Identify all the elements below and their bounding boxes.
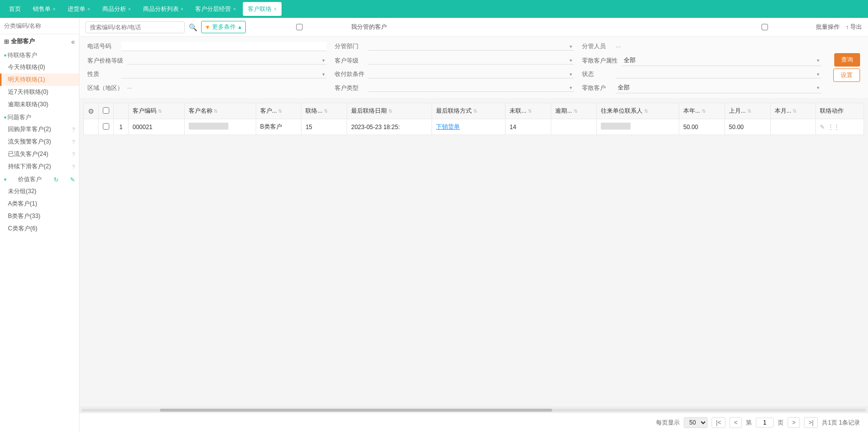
sidebar-item-tomorrow-contact[interactable]: 明天待联络(1) bbox=[0, 73, 79, 86]
row-last-date: 2023-05-23 18:25: bbox=[347, 119, 432, 135]
dept-select[interactable]: ▾ bbox=[368, 43, 574, 51]
per-page-select[interactable]: 50 bbox=[684, 417, 708, 428]
customer-type-select[interactable]: ▾ bbox=[368, 84, 574, 92]
nav-tab-purchase[interactable]: 进货单 × bbox=[63, 2, 95, 16]
tab-customer-contact-close[interactable]: × bbox=[274, 6, 277, 12]
nav-home[interactable]: 首页 bbox=[4, 2, 26, 16]
prev-page-btn[interactable]: < bbox=[729, 417, 742, 428]
col-level-header[interactable]: 客户... bbox=[256, 103, 301, 119]
row-last-way[interactable]: 下销货单 bbox=[432, 119, 506, 135]
retail-attr-select[interactable]: 全部 ▾ bbox=[622, 55, 821, 66]
nature-select[interactable]: ▾ bbox=[121, 71, 327, 78]
help-icon-2[interactable]: ? bbox=[72, 151, 75, 157]
col-this-month-header[interactable]: 本月... bbox=[770, 103, 816, 119]
help-icon-3[interactable]: ? bbox=[72, 164, 75, 170]
help-icon-1[interactable]: ? bbox=[72, 139, 75, 145]
query-button[interactable]: 查询 bbox=[834, 53, 860, 67]
table-container: ⚙ 客户编码 客户名称 客户... 联络... 最后联络日期 最后联络方式 未联… bbox=[79, 99, 868, 407]
nav-tab-customer-tier[interactable]: 客户分层经营 × bbox=[190, 2, 241, 16]
col-overdue-header[interactable]: 逾期... bbox=[551, 103, 597, 119]
search-input[interactable] bbox=[85, 21, 185, 33]
filter-retail-attr: 零散客户属性 全部 ▾ bbox=[582, 55, 821, 66]
sidebar-item-7days-contact[interactable]: 近7天待联络(0) bbox=[0, 86, 79, 98]
main-layout: 🔍 ⊞ 全部客户 « 待联络客户 今天待联络(0) 明天待联络(1) 近7天待联… bbox=[0, 18, 868, 432]
more-action-icon[interactable]: ⋮⋮ bbox=[828, 124, 840, 131]
phone-input[interactable] bbox=[121, 42, 327, 51]
person-dots[interactable]: ··· bbox=[616, 43, 621, 50]
filter-region: 区域（地区） ··· bbox=[87, 84, 327, 92]
edit-action-icon[interactable]: ✎ bbox=[820, 124, 825, 131]
sidebar-item-repurchase-abnormal[interactable]: 回购异常客户(2) ? bbox=[0, 123, 79, 136]
sidebar-item-today-contact[interactable]: 今天待联络(0) bbox=[0, 61, 79, 73]
tab-product-list-close[interactable]: × bbox=[181, 6, 184, 12]
batch-action-button[interactable]: 批量操作 bbox=[715, 23, 840, 31]
group-value-customer[interactable]: 价值客户 ↻ ✎ bbox=[0, 173, 79, 185]
col-last-date-header[interactable]: 最后联络日期 bbox=[347, 103, 432, 119]
sidebar-item-class-b[interactable]: B类客户(33) bbox=[0, 210, 79, 222]
col-contact-header[interactable]: 联络... bbox=[301, 103, 347, 119]
price-level-select[interactable]: ▾ bbox=[127, 57, 327, 65]
search-button[interactable]: 🔍 bbox=[189, 23, 197, 31]
nav-tab-product-list[interactable]: 商品分析列表 × bbox=[138, 2, 189, 16]
tab-purchase-close[interactable]: × bbox=[87, 6, 90, 12]
collapse-icon[interactable]: « bbox=[71, 38, 75, 46]
page-number-input[interactable] bbox=[756, 418, 774, 428]
my-customer-checkbox-area[interactable]: 我分管的客户 bbox=[250, 23, 387, 31]
row-checkbox[interactable] bbox=[103, 123, 109, 130]
last-way-link[interactable]: 下销货单 bbox=[436, 123, 460, 130]
sidebar-item-overdue-contact[interactable]: 逾期未联络(30) bbox=[0, 98, 79, 111]
group-pending-contact[interactable]: 待联络客户 bbox=[0, 49, 79, 61]
tab-customer-tier-close[interactable]: × bbox=[233, 6, 236, 12]
batch-checkbox[interactable] bbox=[715, 24, 814, 30]
select-all-checkbox[interactable] bbox=[103, 107, 109, 114]
export-button[interactable]: ↑ 导出 bbox=[846, 23, 862, 31]
customer-type-caret: ▾ bbox=[570, 85, 572, 90]
filter-phone: 电话号码 bbox=[87, 42, 327, 51]
row-no-contact: 14 bbox=[506, 119, 551, 135]
tab-sales-close[interactable]: × bbox=[53, 6, 56, 12]
status-select[interactable]: ▾ bbox=[616, 71, 821, 78]
sidebar-item-ungrouped[interactable]: 未分组(32) bbox=[0, 185, 79, 198]
scrollbar-thumb[interactable] bbox=[160, 409, 552, 412]
sidebar-item-churned[interactable]: 已流失客户(24) ? bbox=[0, 148, 79, 160]
content-area: 🔍 ▼ 更多条件 ▲ 我分管的客户 批量操作 ↑ 导出 bbox=[79, 18, 868, 432]
sidebar-item-class-a[interactable]: A类客户(1) bbox=[0, 198, 79, 210]
nav-tab-sales[interactable]: 销售单 × bbox=[28, 2, 61, 16]
sidebar-all-customers[interactable]: ⊞ 全部客户 « bbox=[0, 34, 79, 49]
nav-tab-customer-contact[interactable]: 客户联络 × bbox=[243, 2, 282, 16]
sidebar-item-churn-warning[interactable]: 流失预警客户(3) ? bbox=[0, 136, 79, 148]
tab-product-list-label: 商品分析列表 bbox=[143, 5, 179, 13]
edit-icon[interactable]: ✎ bbox=[70, 176, 75, 183]
set-button[interactable]: 设置 bbox=[833, 69, 860, 82]
refresh-icon[interactable]: ↻ bbox=[54, 176, 59, 183]
caret-up-icon: ▲ bbox=[237, 24, 242, 30]
customer-level-select[interactable]: ▾ bbox=[368, 57, 574, 65]
sidebar-item-class-c[interactable]: C类客户(6) bbox=[0, 222, 79, 235]
group-pending-label: 待联络客户 bbox=[7, 51, 37, 60]
col-this-year-header[interactable]: 本年... bbox=[679, 103, 724, 119]
my-customer-checkbox[interactable] bbox=[250, 24, 349, 30]
tab-product-analysis-close[interactable]: × bbox=[128, 6, 131, 12]
next-page-btn[interactable]: > bbox=[788, 417, 800, 428]
retail-customer-select[interactable]: 全部 ▾ bbox=[616, 82, 821, 93]
first-page-btn[interactable]: |< bbox=[712, 417, 725, 428]
row-code[interactable]: 000021 bbox=[129, 119, 185, 135]
region-dots[interactable]: ··· bbox=[127, 84, 132, 91]
more-filter-button[interactable]: ▼ 更多条件 ▲ bbox=[201, 21, 246, 33]
col-last-month-header[interactable]: 上月... bbox=[724, 103, 770, 119]
col-no-contact-header[interactable]: 未联... bbox=[506, 103, 551, 119]
last-page-btn[interactable]: >| bbox=[804, 417, 818, 428]
group-problem-customer[interactable]: 问题客户 bbox=[0, 111, 79, 123]
total-info: 共1页 1条记录 bbox=[822, 419, 860, 427]
nav-tab-product-analysis[interactable]: 商品分析 × bbox=[97, 2, 136, 16]
col-contact-person-header[interactable]: 往来单位联系人 bbox=[596, 103, 679, 119]
sidebar-item-declining[interactable]: 持续下滑客户(2) ? bbox=[0, 160, 79, 173]
horizontal-scrollbar[interactable] bbox=[79, 407, 868, 413]
sidebar-search-input[interactable] bbox=[4, 22, 78, 29]
settings-gear-icon[interactable]: ⚙ bbox=[88, 107, 94, 115]
col-name-header[interactable]: 客户名称 bbox=[184, 103, 256, 119]
payment-select[interactable]: ▾ bbox=[368, 71, 574, 78]
col-last-way-header[interactable]: 最后联络方式 bbox=[432, 103, 506, 119]
help-icon-0[interactable]: ? bbox=[72, 127, 75, 133]
col-code-header[interactable]: 客户编码 bbox=[129, 103, 185, 119]
